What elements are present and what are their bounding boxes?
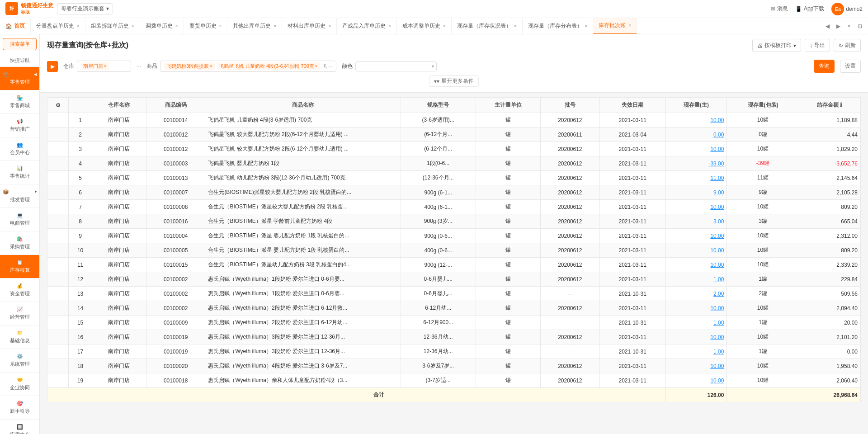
app-download-btn[interactable]: 📱 App下载 xyxy=(795,5,824,13)
product-tag-1-close[interactable]: × xyxy=(210,64,212,69)
cell-qty-main-13[interactable]: 10.00 xyxy=(665,301,727,316)
cell-qty-main-18[interactable]: 10.00 xyxy=(665,373,727,388)
cell-index-0: 1 xyxy=(69,113,92,127)
expand-more-conditions-btn[interactable]: ▾▾ 展开更多条件 xyxy=(429,75,479,87)
cell-qty-main-8[interactable]: 10.00 xyxy=(665,229,727,243)
filter-expand-arrow[interactable]: ▶ xyxy=(47,61,58,72)
cell-qty-main-12[interactable]: 2.00 xyxy=(665,287,727,301)
tab-scroll-right[interactable]: ▶ xyxy=(834,22,843,31)
tab-close-xiancun1[interactable]: × xyxy=(514,24,517,28)
warehouse-filter-input[interactable]: 南岸门店 × xyxy=(77,61,131,72)
sidebar-item-retail-mgmt[interactable]: 🛒 ◀ 零售管理 xyxy=(0,67,39,90)
tab-yaohuo[interactable]: 要货单历史 × xyxy=(184,18,228,34)
content-area: 现存量查询(按仓库+批次) 🖨 按模板打印 ▾ ↓ 导出 ↻ 刷新 xyxy=(40,34,868,434)
tab-kucunpici[interactable]: 库存批次账 × xyxy=(593,18,637,34)
search-menu-btn[interactable]: 搜索菜单 xyxy=(3,38,37,50)
cell-qty-main-4[interactable]: 11.00 xyxy=(665,171,727,185)
product-tag-more[interactable]: 飞 ··· xyxy=(322,63,332,70)
sidebar-item-finance[interactable]: 💰 资金管理 xyxy=(0,278,39,302)
sidebar-item-system[interactable]: ⚙️ 系统管理 xyxy=(0,349,39,373)
table-row: 16 南岸门店 00100019 惠氏启赋（Wyeth illuma）3段奶粉 … xyxy=(47,330,861,344)
cell-qty-main-17[interactable]: 10.00 xyxy=(665,359,727,373)
color-filter-input[interactable] xyxy=(355,61,437,71)
cell-qty-main-14[interactable]: 1.00 xyxy=(665,316,727,330)
tab-scroll-left[interactable]: ◀ xyxy=(823,22,832,31)
tab-close-chengben[interactable]: × xyxy=(443,24,446,28)
sidebar-item-marketing[interactable]: 📢 营销推广 xyxy=(0,114,39,137)
cell-batch-16: — xyxy=(541,344,600,359)
cell-qty-main-1[interactable]: 0.00 xyxy=(665,127,727,142)
footer-balance: 26,968.64 xyxy=(799,388,860,402)
cell-qty-main-11[interactable]: 1.00 xyxy=(665,272,727,287)
org-selector[interactable]: 母婴行业演示账套 ▾ xyxy=(57,3,113,14)
cell-qty-main-3[interactable]: -39.00 xyxy=(665,156,727,171)
cell-name-1: 飞鹤星飞帆 较大婴儿配方奶粉 2段(6-12个月婴幼儿适用) ... xyxy=(205,127,401,142)
tab-close-zuhe[interactable]: × xyxy=(132,24,134,28)
cell-batch-11: 20200612 xyxy=(541,272,600,287)
print-btn[interactable]: 🖨 按模板打印 ▾ xyxy=(752,39,801,52)
sidebar-item-ecommerce[interactable]: 💻 电商管理 xyxy=(0,208,39,231)
ecommerce-icon: 💻 xyxy=(17,212,23,218)
cell-qty-main-2[interactable]: 10.00 xyxy=(665,142,727,156)
tab-close-all[interactable]: × xyxy=(844,22,854,31)
user-avatar-area[interactable]: Ea demo2 xyxy=(831,3,863,15)
cell-qty-main-5[interactable]: 9.00 xyxy=(665,185,727,200)
tab-cailiaochu[interactable]: 材料出库单历史 × xyxy=(282,18,337,34)
cell-warehouse-5: 南岸门店 xyxy=(92,185,146,200)
tab-fenpan[interactable]: 分量盘点单历史 × xyxy=(31,18,85,34)
tab-home[interactable]: 🏠 首页 xyxy=(0,18,31,34)
tab-chancheng[interactable]: 产成品入库单历史 × xyxy=(337,18,397,34)
sidebar-item-inventory[interactable]: 📋 库存核算 xyxy=(0,255,39,278)
filter-more-dots[interactable]: ··· xyxy=(137,63,141,70)
tab-close-chancheng[interactable]: × xyxy=(388,24,391,28)
tab-close-qichu[interactable]: × xyxy=(274,24,276,28)
product-tag-2-close[interactable]: × xyxy=(315,64,318,69)
col-header-settings[interactable]: ⚙ xyxy=(47,98,69,113)
cell-qty-main-0[interactable]: 10.00 xyxy=(665,113,727,127)
cell-qty-pkg-11: 1罐 xyxy=(727,272,799,287)
tab-xiancun1[interactable]: 现存量（库存状况表） × xyxy=(452,18,523,34)
cell-qty-main-9[interactable]: 10.00 xyxy=(665,243,727,258)
query-btn[interactable]: 查询 xyxy=(814,60,835,73)
sidebar-item-member[interactable]: 👥 会员中心 xyxy=(0,137,39,161)
sidebar-item-collab[interactable]: 🤝 企业协同 xyxy=(0,373,39,396)
sidebar-item-apps[interactable]: 🔲 应用中心 xyxy=(0,420,39,434)
cell-qty-main-7[interactable]: 3.00 xyxy=(665,214,727,229)
tab-close-kucunpici[interactable]: × xyxy=(628,23,631,28)
sidebar-item-purchase[interactable]: 🛍️ 采购管理 xyxy=(0,231,39,255)
export-btn[interactable]: ↓ 导出 xyxy=(805,39,830,52)
cell-balance-2: 1,829.20 xyxy=(799,142,860,156)
cell-qty-pkg-12: 2罐 xyxy=(727,287,799,301)
cell-qty-main-15[interactable]: 10.00 xyxy=(665,330,727,344)
tab-xiancun2[interactable]: 现存量（库存分布表） × xyxy=(523,18,594,34)
tab-chengben[interactable]: 成本调整单历史 × xyxy=(397,18,452,34)
tab-close-xiancun2[interactable]: × xyxy=(585,24,588,28)
cell-qty-pkg-6: 10罐 xyxy=(727,200,799,214)
tab-close-fenpan[interactable]: × xyxy=(77,24,80,28)
tab-qichu[interactable]: 其他出库单历史 × xyxy=(227,18,282,34)
tab-zuhe[interactable]: 组装拆卸单历史 × xyxy=(85,18,140,34)
sidebar-item-retail-mall[interactable]: 🏪 零售商城 xyxy=(0,90,39,114)
cell-spec-1: (6-12个月... xyxy=(401,127,476,142)
message-btn[interactable]: ✉ 消息 xyxy=(771,5,788,13)
sidebar-item-retail-stats[interactable]: 📊 零售统计 xyxy=(0,161,39,184)
cell-qty-main-6[interactable]: 10.00 xyxy=(665,200,727,214)
cell-qty-main-16[interactable]: 1.00 xyxy=(665,344,727,359)
tab-close-diaob[interactable]: × xyxy=(175,24,178,28)
product-filter-input[interactable]: 飞鹤奶粉3段两提装 × 飞鹤星飞帆 儿童奶粉 4段(3-6岁适用) 700克 ×… xyxy=(160,61,336,72)
tab-diaob[interactable]: 调拨单历史 × xyxy=(140,18,184,34)
sidebar-item-wholesale[interactable]: 📦 ▾ 批发管理 xyxy=(0,184,39,208)
refresh-btn[interactable]: ↻ 刷新 xyxy=(834,39,861,52)
settings-btn[interactable]: 设置 xyxy=(840,60,861,73)
tab-menu[interactable]: ⊡ xyxy=(855,22,864,31)
tab-close-cailiaochu[interactable]: × xyxy=(328,24,331,28)
warehouse-tag-close[interactable]: × xyxy=(104,64,107,69)
sidebar-item-basics[interactable]: 📁 基础信息 xyxy=(0,326,39,349)
cell-index-18: 19 xyxy=(69,373,92,388)
sidebar-item-guide[interactable]: 🎯 新手引导 xyxy=(0,396,39,420)
tab-close-yaohuo[interactable]: × xyxy=(219,24,222,28)
sidebar-quick-nav[interactable]: 快捷导航 xyxy=(0,54,39,67)
cell-balance-17: 1,958.40 xyxy=(799,359,860,373)
sidebar-item-operations[interactable]: 📈 经营管理 xyxy=(0,302,39,326)
cell-qty-main-10[interactable]: 10.00 xyxy=(665,258,727,272)
